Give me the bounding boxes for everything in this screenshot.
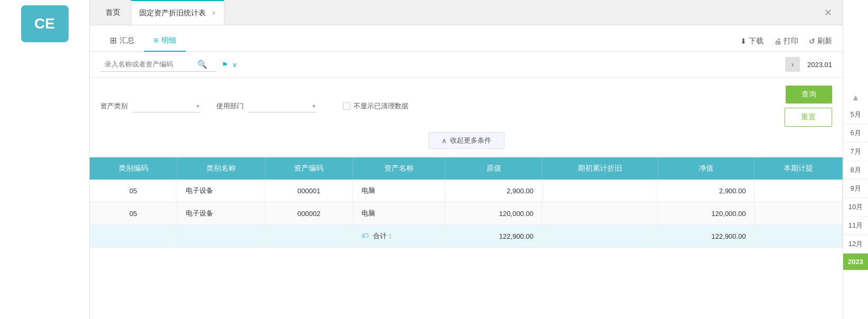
table-total-row: 🏷 合计： 122,900.00 122,900.00: [90, 225, 843, 248]
month-10[interactable]: 10月: [843, 198, 868, 217]
department-group: 使用部门: [216, 100, 317, 112]
scroll-up-button[interactable]: ▲: [843, 90, 868, 106]
tab-close-icon[interactable]: ×: [212, 10, 216, 17]
chevron-down-icon: ∨: [232, 61, 237, 69]
collapse-button[interactable]: ∧ 收起更多条件: [428, 132, 504, 149]
asset-category-select[interactable]: [132, 100, 201, 112]
cell-asset-code-2: 000002: [265, 202, 353, 225]
cell-total-accumulated: [542, 225, 657, 248]
cell-total-original: 122,900.00: [445, 225, 542, 248]
cell-current-2: [755, 202, 843, 225]
date-label: 2023.01: [807, 61, 832, 69]
reset-button[interactable]: 重置: [785, 108, 832, 127]
refresh-icon: ↺: [809, 37, 815, 45]
cell-asset-code-1: 000001: [265, 180, 353, 202]
nav-arrow-button[interactable]: ›: [785, 57, 800, 72]
cell-asset-name-1: 电脑: [353, 180, 445, 202]
col-header-asset-code: 资产编码: [265, 157, 353, 180]
sub-tab-bar: ⊞ 汇总 ≡ 明细 ⬇ 下载 🖨 打印 ↺ 刷新: [90, 25, 843, 52]
search-input-wrap: 🔍: [100, 58, 216, 72]
cell-original-value-2: 120,000.00: [445, 202, 542, 225]
month-6[interactable]: 6月: [843, 124, 868, 143]
col-header-category-code: 类别编码: [90, 157, 177, 180]
search-input[interactable]: [104, 60, 194, 68]
table-row: 05 电子设备 000001 电脑 2,900.00 2,900.00: [90, 180, 843, 202]
main-area: 首页 固定资产折旧统计表 × ✕ ⊞ 汇总 ≡ 明细 ⬇ 下载: [90, 0, 843, 319]
table-row: 05 电子设备 000002 电脑 120,000.00 120,000.00: [90, 202, 843, 225]
query-button[interactable]: 查询: [786, 86, 832, 104]
table-header-row: 类别编码 类别名称 资产编码 资产名称 原值 期初累计折旧 净值 本期计提: [90, 157, 843, 180]
download-icon: ⬇: [740, 37, 747, 45]
tab-active[interactable]: 固定资产折旧统计表 ×: [131, 0, 224, 25]
cell-cat-code-2: 05: [90, 202, 177, 225]
content-area: ⊞ 汇总 ≡ 明细 ⬇ 下载 🖨 打印 ↺ 刷新: [90, 25, 843, 319]
month-11[interactable]: 11月: [843, 217, 868, 235]
search-bar: 🔍 ⚑ ∨ › 2023.01: [90, 52, 843, 78]
tab-summary[interactable]: ⊞ 汇总: [100, 30, 144, 52]
col-header-original-value: 原值: [445, 157, 542, 180]
department-select[interactable]: [248, 100, 317, 112]
col-header-asset-name: 资产名称: [353, 157, 445, 180]
left-sidebar: CE: [0, 0, 90, 319]
checkbox-group: 不显示已清理数据: [343, 101, 408, 111]
tab-detail[interactable]: ≡ 明细: [144, 31, 186, 52]
month-12[interactable]: 12月: [843, 235, 868, 254]
asset-category-label: 资产类别: [100, 101, 128, 111]
cell-net-value-2: 120,000.00: [657, 202, 755, 225]
cell-current-1: [755, 180, 843, 202]
detail-icon: ≡: [154, 36, 158, 45]
col-header-net-value: 净值: [657, 157, 755, 180]
checkbox-label: 不显示已清理数据: [354, 101, 408, 111]
asset-category-group: 资产类别: [100, 100, 201, 112]
refresh-button[interactable]: ↺ 刷新: [809, 36, 832, 46]
year-label[interactable]: 2023: [843, 254, 868, 270]
window-close-button[interactable]: ✕: [819, 7, 837, 18]
cell-cat-code-1: 05: [90, 180, 177, 202]
month-5[interactable]: 5月: [843, 106, 868, 124]
month-9[interactable]: 9月: [843, 180, 868, 198]
data-table: 类别编码 类别名称 资产编码 资产名称 原值 期初累计折旧 净值 本期计提 05…: [90, 157, 843, 248]
filter-icon: ⚑: [222, 61, 228, 69]
summary-icon: ⊞: [110, 35, 117, 45]
department-label: 使用部门: [216, 101, 244, 111]
tab-home[interactable]: 首页: [95, 0, 131, 25]
print-button[interactable]: 🖨 打印: [774, 36, 798, 46]
cell-asset-name-2: 电脑: [353, 202, 445, 225]
filter-panel: 资产类别 使用部门: [90, 78, 843, 157]
filter-more-button[interactable]: ⚑ ∨: [222, 61, 237, 69]
table-wrap: 类别编码 类别名称 资产编码 资产名称 原值 期初累计折旧 净值 本期计提 05…: [90, 157, 843, 319]
col-header-accumulated-depreciation: 期初累计折旧: [542, 157, 657, 180]
cell-accumulated-2: [542, 202, 657, 225]
logo: CE: [21, 5, 69, 42]
cell-total-current: [755, 225, 843, 248]
cell-cat-name-1: 电子设备: [177, 180, 265, 202]
toolbar-right: ⬇ 下载 🖨 打印 ↺ 刷新: [740, 36, 832, 46]
cell-cat-name-2: 电子设备: [177, 202, 265, 225]
month-7[interactable]: 7月: [843, 143, 868, 161]
hide-cleared-checkbox[interactable]: [343, 102, 350, 110]
cell-net-value-1: 2,900.00: [657, 180, 755, 202]
cell-accumulated-1: [542, 180, 657, 202]
col-header-category-name: 类别名称: [177, 157, 265, 180]
right-sidebar: ▲ 5月 6月 7月 8月 9月 10月 11月 12月 2023: [843, 0, 868, 319]
collapse-icon: ∧: [442, 137, 447, 145]
cell-total-net: 122,900.00: [657, 225, 755, 248]
print-icon: 🖨: [774, 37, 781, 45]
download-button[interactable]: ⬇ 下载: [740, 36, 764, 46]
month-8[interactable]: 8月: [843, 161, 868, 180]
filter-row: 资产类别 使用部门: [100, 86, 832, 127]
col-header-current-period: 本期计提: [755, 157, 843, 180]
search-icon[interactable]: 🔍: [197, 60, 207, 69]
tab-bar: 首页 固定资产折旧统计表 × ✕: [90, 0, 843, 25]
total-icon: 🏷: [361, 231, 369, 240]
filter-buttons: 查询 重置: [785, 86, 832, 127]
cell-original-value-1: 2,900.00: [445, 180, 542, 202]
